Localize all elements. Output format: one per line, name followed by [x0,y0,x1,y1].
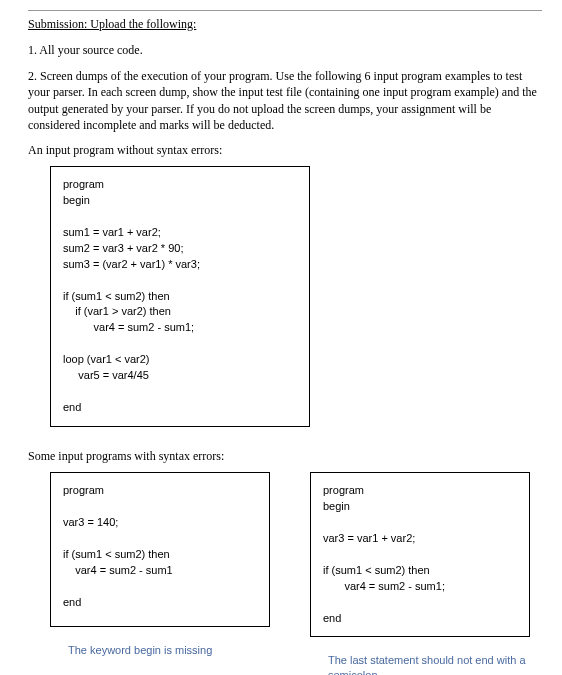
caption-error-1: The keyword begin is missing [50,643,270,657]
code-box-error-2: program begin var3 = var1 + var2; if (su… [310,472,530,637]
subheading-with-errors: Some input programs with syntax errors: [28,449,542,464]
top-rule [28,10,542,11]
item-1: 1. All your source code. [28,42,542,58]
item-2: 2. Screen dumps of the execution of your… [28,68,542,133]
error-example-2: program begin var3 = var1 + var2; if (su… [310,472,530,675]
code-box-error-1: program var3 = 140; if (sum1 < sum2) the… [50,472,270,627]
caption-error-2: The last statement should not end with a… [310,653,530,675]
submission-heading: Submission: Upload the following: [28,17,542,32]
error-example-1: program var3 = 140; if (sum1 < sum2) the… [50,472,270,675]
error-examples-row: program var3 = 140; if (sum1 < sum2) the… [50,472,542,675]
subheading-no-errors: An input program without syntax errors: [28,143,542,158]
code-box-no-errors: program begin sum1 = var1 + var2; sum2 =… [50,166,310,427]
